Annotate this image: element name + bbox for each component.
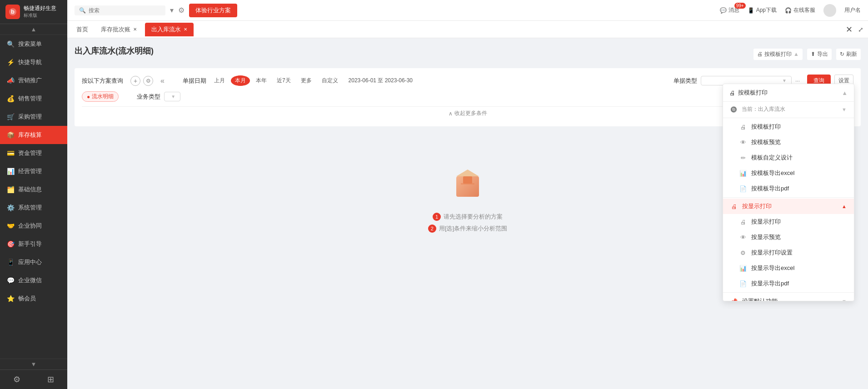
dropdown-template-design[interactable]: ✏ 模板自定义设计 [723,150,854,165]
dropdown-current-label[interactable]: 🔘 当前：出入库流水 ▼ [723,102,854,117]
dropdown-set-default[interactable]: 📌 设置默认功能 ▼ [723,294,854,301]
sidebar-item-inventory[interactable]: 📦 库存核算 [0,126,67,144]
topbar-search[interactable]: 🔍 [75,5,165,15]
date-btn-this-month[interactable]: 本月 [231,75,250,86]
sidebar-item-sales[interactable]: 💰 销售管理 [0,90,67,108]
dropdown-title: 🖨 按模板打印 [729,89,768,97]
sidebar-item-search[interactable]: 🔍 搜索菜单 [0,35,67,53]
dropdown-template-pdf[interactable]: 📄 按模板导出pdf [723,181,854,196]
sidebar-item-wecom[interactable]: 💬 企业微信 [0,271,67,289]
template-print-icon: 🖨 [739,123,747,130]
filter-collapse-left[interactable]: « [160,77,165,85]
sales-icon: 💰 [6,95,15,103]
set-default-icon: 📌 [730,298,738,301]
date-btn-this-year[interactable]: 本年 [252,75,271,86]
search-input[interactable] [89,7,161,14]
dropdown-display-excel[interactable]: 📊 按显示导出excel [723,260,854,276]
sidebar-item-quick-nav[interactable]: ⚡ 快捷导航 [0,53,67,71]
sidebar-item-member[interactable]: ⭐ 畅会员 [0,289,67,308]
dropdown-template-preview[interactable]: 👁 按模板预览 [723,135,854,150]
date-btn-last-month[interactable]: 上月 [210,75,229,86]
filter-selected-tag[interactable]: ● 流水明细 [82,91,119,102]
app-title: 畅捷通好生意 [24,5,56,12]
message-icon: 💬 [720,7,727,14]
tab-inout-flow[interactable]: 出入库流水 ✕ [145,23,194,36]
app-center-icon: 📱 [6,258,15,266]
dropdown-display-settings[interactable]: ⚙ 按显示打印设置 [723,245,854,260]
system-icon: ⚙️ [6,204,15,212]
app-icon: 📱 [748,7,754,14]
filter-add-button[interactable]: + [130,76,140,86]
filter-date-row: 单据日期 上月 本月 本年 近7天 更多 自定义 2023-06-01 至 20… [183,75,413,86]
sidebar-item-app-center[interactable]: 📱 应用中心 [0,253,67,271]
export-icon: ⬆ [811,51,815,57]
search-icon: 🔍 [79,7,86,14]
type-more-button[interactable]: ··· [795,78,800,84]
tab-close-inventory[interactable]: ✕ [133,27,137,32]
dropdown-scroll: 🖨 按模板打印 👁 按模板预览 ✏ 模板自定义设计 📊 按模板导出excel [723,119,854,301]
dropdown-display-header[interactable]: 🖨 按显示打印 ▲ [723,199,854,214]
sidebar-item-guide[interactable]: 🎯 新手引导 [0,235,67,253]
sidebar-scroll-up[interactable]: ▲ [0,24,67,35]
current-arrow: ▼ [842,107,847,112]
dropdown-display-print[interactable]: 🖨 按显示打印 [723,214,854,229]
tab-close-inout[interactable]: ✕ [184,27,187,32]
settings-icon[interactable]: ⚙ [13,374,20,384]
topbar-message[interactable]: 💬 消息 99+ [720,6,739,14]
avatar [823,4,836,17]
sidebar-nav: 🔍 搜索菜单 ⚡ 快捷导航 📣 营销推广 💰 销售管理 🛒 采购管理 📦 库存核… [0,35,67,359]
dropdown-template-excel[interactable]: 📊 按模板导出excel [723,165,854,181]
type-label: 单据类型 [673,77,697,85]
set-default-arrow: ▼ [842,299,847,301]
date-btn-7days[interactable]: 近7天 [273,75,295,86]
sidebar-item-finance[interactable]: 💳 资金管理 [0,144,67,162]
content-area: 出入库流水(流水明细) 🖨 按模板打印 ▲ ⬆ 导出 ↻ 刷新 [67,38,868,389]
filter-settings-button[interactable]: ⚙ [143,76,153,86]
filter-actions: + ⚙ [130,76,153,86]
template-preview-icon: 👁 [739,139,747,146]
topbar-dropdown-icon[interactable]: ▾ [170,6,174,15]
template-pdf-icon: 📄 [739,185,747,192]
sidebar-item-system[interactable]: ⚙️ 系统管理 [0,199,67,217]
tab-inventory-batch[interactable]: 库存批次账 ✕ [95,23,143,36]
main-area: 🔍 ▾ ⚙ 体验行业方案 💬 消息 99+ 📱 App下载 🎧 在线客服 [67,0,868,389]
topbar-service[interactable]: 🎧 在线客服 [785,6,815,14]
template-design-icon: ✏ [739,154,747,161]
tab-panel-close-icon[interactable]: ✕ [846,25,853,35]
username-label[interactable]: 用户名 [844,6,861,14]
refresh-button[interactable]: ↻ 刷新 [836,49,861,60]
service-label: 在线客服 [793,6,815,14]
business-dropdown[interactable]: ▼ [164,92,180,101]
empty-hint-1: 1 请先选择要分析的方案 [433,213,503,221]
print-dropdown-panel: 🖨 按模板打印 ▲ 🔘 当前：出入库流水 ▼ 🖨 按模板打印 [723,84,854,301]
type-dropdown-arrow: ▼ [782,78,787,83]
service-icon: 🎧 [785,7,792,14]
sidebar-item-basic[interactable]: 🗂️ 基础信息 [0,180,67,199]
sidebar-item-enterprise[interactable]: 🤝 企业协同 [0,217,67,235]
topbar-gear-icon[interactable]: ⚙ [178,6,185,15]
app-label: App下载 [756,6,777,14]
member-icon: ⭐ [6,294,15,303]
inventory-icon: 📦 [6,131,15,139]
search-icon: 🔍 [6,40,15,48]
tag-icon: ● [87,94,90,100]
tab-panel-expand-icon[interactable]: ⤢ [858,26,863,33]
sidebar-item-operations[interactable]: 📊 经营管理 [0,162,67,180]
sidebar-item-purchase[interactable]: 🛒 采购管理 [0,108,67,126]
trial-button[interactable]: 体验行业方案 [189,4,237,17]
svg-rect-4 [463,176,472,184]
dropdown-collapse-arrow[interactable]: ▲ [842,90,848,96]
dropdown-template-print[interactable]: 🖨 按模板打印 [723,119,854,135]
print-header-icon: 🖨 [729,90,735,96]
collapse-sidebar-icon[interactable]: ⊞ [47,374,54,384]
sidebar-item-marketing[interactable]: 📣 营销推广 [0,71,67,90]
sidebar-scroll-down[interactable]: ▼ [0,359,67,369]
print-template-button[interactable]: 🖨 按模板打印 ▲ [753,49,803,60]
dropdown-display-preview[interactable]: 👁 按显示预览 [723,229,854,245]
date-btn-custom[interactable]: 自定义 [318,75,342,86]
topbar-app-download[interactable]: 📱 App下载 [748,6,777,14]
export-button[interactable]: ⬆ 导出 [807,49,832,60]
tab-home[interactable]: 首页 [72,23,93,36]
date-btn-more[interactable]: 更多 [297,75,316,86]
dropdown-display-pdf[interactable]: 📄 按显示导出pdf [723,276,854,291]
